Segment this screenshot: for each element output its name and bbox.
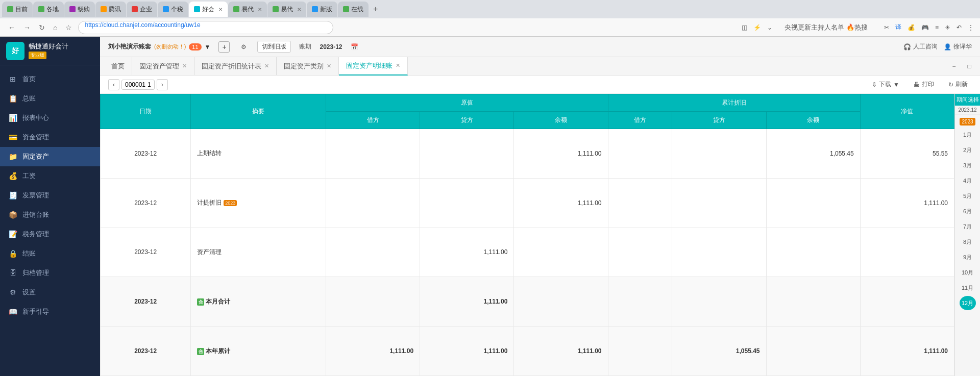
browser-tab-t5[interactable]: 好会 ✕	[189, 2, 228, 17]
browser-tab-t2[interactable]: 新版	[307, 2, 337, 17]
translate-icon[interactable]: 译	[895, 23, 901, 32]
sidebar-item-home[interactable]: ⊞ 首页	[0, 69, 100, 89]
page-tab-close-fixed_asset_cat[interactable]: ✕	[327, 63, 331, 69]
period-month-8月[interactable]: 8月	[960, 235, 976, 249]
page-tab-close-fixed_asset_mgmt[interactable]: ✕	[182, 63, 187, 69]
sidebar-item-guide[interactable]: 📖 新手引导	[0, 302, 100, 321]
period-month-2月[interactable]: 2月	[960, 143, 976, 157]
period-month-11月[interactable]: 11月	[960, 281, 976, 295]
service-button[interactable]: 🎧 人工咨询	[903, 42, 938, 51]
page-tab-fixed_asset_mgmt[interactable]: 固定资产管理 ✕	[132, 57, 194, 76]
add-book-button[interactable]: +	[218, 41, 230, 53]
tab-close-t3[interactable]: ✕	[297, 7, 301, 12]
page-tab-fixed_asset_depr[interactable]: 固定资产折旧统计表 ✕	[194, 57, 277, 76]
download-button[interactable]: ⇩ 下载 ▼	[868, 79, 903, 90]
wallet-icon[interactable]: 💰	[908, 24, 915, 31]
prev-page-button[interactable]: ‹	[108, 79, 119, 90]
sun-icon[interactable]: ☀	[945, 24, 950, 31]
cell-accum-debit	[608, 178, 672, 228]
browser-tab-t8[interactable]: 腾讯	[95, 2, 126, 17]
tab-close-t5[interactable]: ✕	[218, 7, 223, 12]
browser-tab-t4[interactable]: 易代 ✕	[228, 2, 267, 17]
game-icon[interactable]: 🎮	[921, 24, 929, 31]
cell-accum-balance	[766, 228, 860, 277]
tab-label-t8: 腾讯	[109, 5, 121, 14]
sidebar-item-archive[interactable]: 🗄 归档管理	[0, 263, 100, 283]
sidebar-label-archive: 归档管理	[22, 268, 49, 278]
browser-tab-t11[interactable]: 目前	[2, 2, 33, 17]
home-browser-button[interactable]: ⌂	[51, 23, 59, 32]
sidebar-item-fixed_assets[interactable]: 📁 固定资产	[0, 147, 100, 166]
settings-icon[interactable]: ⚙	[238, 41, 249, 53]
period-month-4月[interactable]: 4月	[960, 173, 976, 188]
page-tab-close-fixed_asset_depr[interactable]: ✕	[264, 63, 269, 69]
minimize-panel-button[interactable]: −	[947, 60, 961, 73]
favicon-t6	[163, 6, 169, 12]
period-year-badge[interactable]: 2023	[960, 118, 975, 126]
sidebar-item-payroll[interactable]: 💰 工资	[0, 166, 100, 186]
cut-icon[interactable]: ✂	[884, 24, 889, 31]
sidebar-item-funds[interactable]: 💳 资金管理	[0, 128, 100, 147]
bookmark-button[interactable]: ☆	[63, 23, 74, 32]
cell-orig-debit	[326, 129, 420, 179]
browser-tab-t1[interactable]: 在线	[338, 2, 369, 17]
period-month-5月[interactable]: 5月	[960, 189, 976, 203]
period-month-12月[interactable]: 12月	[960, 296, 976, 310]
tab-close-t4[interactable]: ✕	[258, 7, 262, 12]
page-tab-fixed_asset_cat[interactable]: 固定资产类别 ✕	[277, 57, 339, 76]
period-month-7月[interactable]: 7月	[960, 219, 976, 234]
back-button[interactable]: ←	[6, 23, 17, 32]
period-month-1月[interactable]: 1月	[960, 128, 976, 142]
print-label: 打印	[922, 80, 934, 89]
refresh-browser-button[interactable]: ↻	[37, 23, 47, 32]
th-accum-depr: 累计折旧	[608, 94, 860, 112]
toolbar: ‹ 000001 1 › ⇩ 下载 ▼ 🖶 打印 ↻	[100, 76, 980, 94]
page-tab-close-fixed_asset_detail[interactable]: ✕	[396, 62, 400, 69]
dropdown-icon[interactable]: ⌄	[767, 24, 772, 31]
address-input[interactable]: https://cloud.chanjet.com/accounting/uw1…	[78, 21, 333, 34]
expand-panel-button[interactable]: □	[963, 60, 976, 73]
page-tab-home[interactable]: 首页	[104, 57, 132, 76]
menu-icon[interactable]: ⋮	[968, 24, 974, 31]
period-month-3月[interactable]: 3月	[960, 158, 976, 172]
favicon-t11	[7, 6, 13, 12]
browser-tab-t3[interactable]: 易代 ✕	[267, 2, 306, 17]
period-month-10月[interactable]: 10月	[960, 265, 976, 280]
browser-tab-t10[interactable]: 各地	[33, 2, 64, 17]
browser-tab-t6[interactable]: 个税	[158, 2, 188, 17]
page-tab-fixed_asset_detail[interactable]: 固定资产明细账 ✕	[339, 57, 408, 76]
cell-summary: 合本月合计	[191, 277, 326, 327]
grid-icon[interactable]: ≡	[935, 24, 939, 31]
data-table: 日期 摘要 原值 累计折旧 净值 借方 贷方 余额 借方 贷方 余额	[100, 94, 954, 376]
print-button[interactable]: 🖶 打印	[910, 79, 938, 90]
new-tab-button[interactable]: +	[369, 5, 382, 14]
extensions-icon[interactable]: ◫	[742, 24, 747, 31]
sidebar-item-inventory[interactable]: 📦 进销台账	[0, 205, 100, 224]
sidebar-item-ledger[interactable]: 📋 总账	[0, 89, 100, 108]
sidebar-item-invoice[interactable]: 🧾 发票管理	[0, 186, 100, 205]
period-month-9月[interactable]: 9月	[960, 250, 976, 264]
dropdown-arrow[interactable]: ▼	[205, 43, 211, 51]
next-page-button[interactable]: ›	[157, 79, 168, 90]
period-month-6月[interactable]: 6月	[960, 204, 976, 218]
sidebar-icon-guide: 📖	[8, 307, 17, 316]
browser-tab-t7[interactable]: 企业	[127, 2, 157, 17]
user-avatar[interactable]: 👤 徐译华	[944, 42, 972, 51]
sidebar-item-settings[interactable]: ⚙ 设置	[0, 283, 100, 302]
forward-button[interactable]: →	[21, 23, 33, 32]
cell-summary: 计提折旧2023	[191, 178, 326, 228]
search-label: 央视更新主持人名单 🔥热搜	[785, 23, 868, 32]
sidebar-item-close[interactable]: 🔒 结账	[0, 244, 100, 263]
favicon-t7	[132, 6, 138, 12]
undo-icon[interactable]: ↶	[957, 24, 962, 31]
switch-version-button[interactable]: 切到旧版	[257, 41, 291, 53]
refresh-button[interactable]: ↻ 刷新	[944, 79, 972, 90]
browser-tab-t9[interactable]: 畅购	[64, 2, 95, 17]
sidebar-item-tax[interactable]: 📝 税务管理	[0, 224, 100, 244]
lightning-icon[interactable]: ⚡	[753, 24, 761, 31]
page-tab-label-home: 首页	[111, 62, 125, 71]
sidebar-item-reports[interactable]: 📊 报表中心	[0, 108, 100, 128]
th-date: 日期	[101, 94, 191, 129]
calendar-icon[interactable]: 📅	[351, 43, 358, 51]
page-input[interactable]: 000001 1	[121, 80, 155, 90]
